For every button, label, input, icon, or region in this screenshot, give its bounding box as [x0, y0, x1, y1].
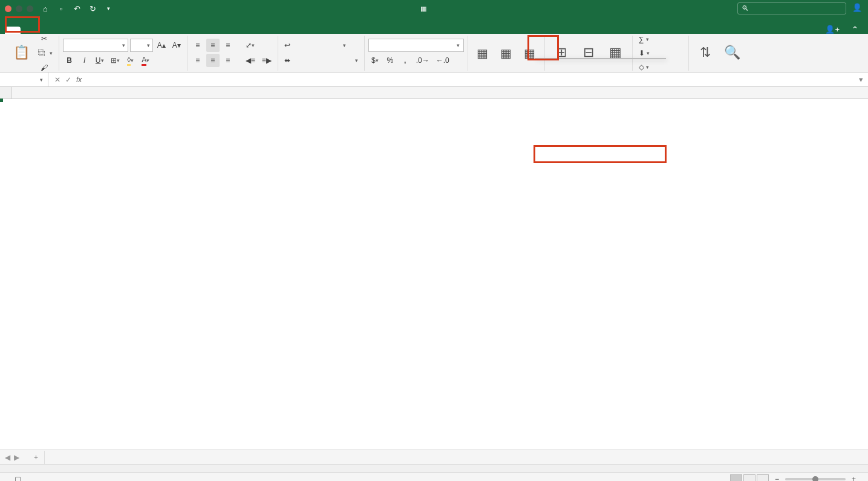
- sheet-nav-prev-icon[interactable]: ◀: [5, 453, 10, 462]
- copy-button[interactable]: ⿻ ▾: [36, 47, 55, 60]
- font-name-select[interactable]: ▾: [63, 39, 128, 52]
- enter-icon[interactable]: ✓: [65, 76, 71, 84]
- expand-formula-icon[interactable]: ▾: [854, 75, 868, 84]
- worksheet-grid[interactable]: [0, 87, 868, 450]
- tab-formulas[interactable]: [68, 27, 83, 34]
- wrap-text-button[interactable]: ↩ ▾: [282, 39, 348, 52]
- percent-button[interactable]: %: [383, 54, 397, 67]
- increase-decimal-button[interactable]: .0→: [414, 54, 432, 67]
- qat-dropdown-icon[interactable]: ▾: [103, 4, 113, 13]
- conditional-formatting-button[interactable]: ▦: [472, 36, 494, 70]
- document-title: ▦: [113, 5, 737, 13]
- underline-button[interactable]: U▾: [93, 54, 106, 67]
- page-break-view-button[interactable]: [757, 474, 769, 482]
- sort-filter-button[interactable]: ⇅: [693, 36, 718, 70]
- share-button[interactable]: 👤+ ⌃: [825, 25, 863, 34]
- decrease-indent-button[interactable]: ◀≡: [243, 54, 258, 67]
- format-painter-icon: 🖌: [41, 63, 48, 72]
- collapse-ribbon-icon[interactable]: ⌃: [852, 25, 858, 34]
- cells-group: ⊞ ⊟ ▦: [545, 36, 633, 71]
- comma-button[interactable]: ,: [399, 54, 412, 67]
- editing-group: ∑ ▾ ⬇ ▾ ◇ ▾: [633, 36, 689, 71]
- format-cells-button[interactable]: ▦: [603, 36, 628, 70]
- excel-icon: ▦: [420, 5, 426, 13]
- number-group: ▾ $▾ % , .0→ ←.0: [365, 36, 468, 71]
- merge-center-button[interactable]: ⬌ ▾: [282, 54, 361, 67]
- cell-styles-icon: ▦: [524, 46, 535, 60]
- save-icon[interactable]: ▫: [56, 4, 66, 13]
- add-sheet-button[interactable]: +: [28, 451, 45, 464]
- decrease-font-button[interactable]: A▾: [170, 39, 183, 52]
- zoom-thumb[interactable]: [812, 476, 818, 482]
- formula-bar: ▾ ✕ ✓ fx ▾: [0, 73, 868, 87]
- zoom-in-button[interactable]: +: [852, 475, 856, 482]
- number-format-select[interactable]: ▾: [368, 39, 464, 52]
- wrap-icon: ↩: [284, 41, 290, 50]
- font-group: ▾ ▾ A▴ A▾ B I U▾ ⊞▾ ◊▾ A▾: [59, 36, 188, 71]
- search-sheet-input[interactable]: 🔍︎: [737, 2, 846, 15]
- cancel-icon[interactable]: ✕: [54, 76, 60, 84]
- italic-button[interactable]: I: [78, 54, 91, 67]
- selection-range: [0, 99, 2, 102]
- align-left-button[interactable]: ≡: [191, 54, 204, 67]
- user-avatar-icon[interactable]: 👤: [852, 3, 863, 14]
- tab-data[interactable]: [83, 27, 99, 34]
- styles-group: ▦ ▦ ▦: [468, 36, 545, 71]
- quick-access-toolbar: ⌂ ▫ ↶ ↻ ▾: [41, 4, 113, 13]
- sort-icon: ⇅: [700, 45, 711, 60]
- borders-button[interactable]: ⊞▾: [108, 54, 122, 67]
- format-painter-button[interactable]: 🖌: [36, 61, 55, 74]
- ribbon-tabs: 👤+ ⌃: [0, 17, 868, 34]
- align-middle-button[interactable]: ≡: [206, 39, 220, 52]
- insert-cells-button[interactable]: ⊞: [549, 36, 574, 70]
- sheet-tabs-bar: ◀ ▶ +: [0, 450, 868, 464]
- normal-view-button[interactable]: [730, 474, 742, 482]
- table-style-icon: ▦: [500, 46, 512, 60]
- page-layout-view-button[interactable]: [743, 474, 755, 482]
- close-window-icon[interactable]: [5, 5, 11, 12]
- delete-cells-button[interactable]: ⊟: [576, 36, 601, 70]
- decrease-decimal-button[interactable]: ←.0: [434, 54, 452, 67]
- zoom-slider[interactable]: [785, 478, 846, 480]
- increase-font-button[interactable]: A▴: [155, 39, 168, 52]
- window-controls: [5, 5, 33, 12]
- search-icon: 🔍︎: [742, 4, 749, 13]
- sheet-nav-next-icon[interactable]: ▶: [14, 453, 19, 462]
- fx-icon[interactable]: fx: [76, 76, 82, 84]
- zoom-window-icon[interactable]: [27, 5, 33, 12]
- select-all-corner[interactable]: [0, 87, 12, 98]
- autosum-button[interactable]: ∑ ▾: [636, 33, 685, 46]
- cut-button[interactable]: ✂: [36, 32, 55, 45]
- align-bottom-button[interactable]: ≡: [221, 39, 235, 52]
- clear-icon: ◇: [639, 63, 644, 71]
- tab-developer[interactable]: [131, 27, 146, 34]
- currency-button[interactable]: $▾: [368, 54, 382, 67]
- horizontal-scrollbar[interactable]: [0, 464, 868, 473]
- column-headers: [0, 87, 868, 99]
- increase-indent-button[interactable]: ≡▶: [259, 54, 274, 67]
- undo-icon[interactable]: ↶: [72, 4, 82, 13]
- minimize-window-icon[interactable]: [16, 5, 22, 12]
- home-icon[interactable]: ⌂: [41, 4, 50, 13]
- sort-find-group: ⇅ 🔍: [689, 36, 749, 71]
- tab-view[interactable]: [115, 27, 131, 34]
- align-center-button[interactable]: ≡: [206, 54, 220, 67]
- fill-color-button[interactable]: ◊▾: [124, 54, 137, 67]
- format-as-table-button[interactable]: ▦: [495, 36, 517, 70]
- clear-button[interactable]: ◇ ▾: [636, 60, 685, 74]
- redo-icon[interactable]: ↻: [88, 4, 97, 13]
- zoom-out-button[interactable]: −: [775, 475, 779, 482]
- tab-review[interactable]: [99, 27, 115, 34]
- find-select-button[interactable]: 🔍: [720, 36, 745, 70]
- align-top-button[interactable]: ≡: [191, 39, 204, 52]
- cell-styles-button[interactable]: ▦: [519, 36, 541, 70]
- font-color-button[interactable]: A▾: [139, 54, 152, 67]
- orientation-button[interactable]: ⤢▾: [243, 39, 257, 52]
- font-size-select[interactable]: ▾: [130, 39, 153, 52]
- name-box[interactable]: ▾: [0, 73, 48, 86]
- paste-button[interactable]: 📋: [8, 36, 34, 70]
- align-right-button[interactable]: ≡: [221, 54, 235, 67]
- macro-record-icon[interactable]: ▢: [15, 475, 21, 482]
- fill-icon: ⬇: [639, 49, 645, 57]
- bold-button[interactable]: B: [63, 54, 76, 67]
